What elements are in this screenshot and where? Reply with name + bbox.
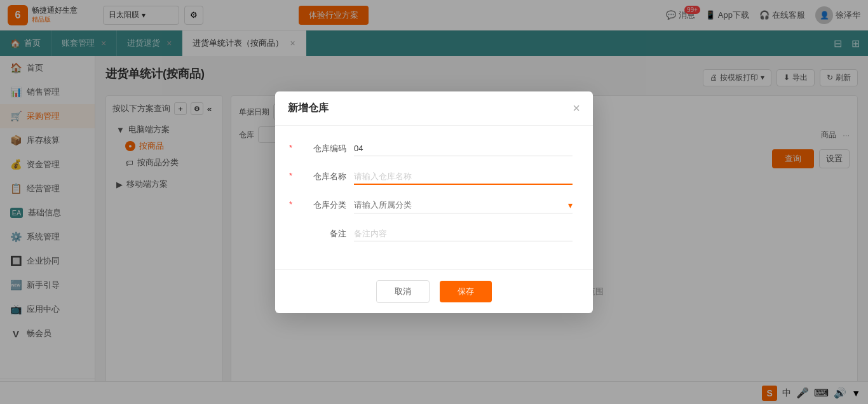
new-warehouse-modal: 新增仓库 × 仓库编码 仓库名称 仓库分类 ▾ (275, 91, 593, 313)
warehouse-name-input[interactable] (354, 169, 573, 185)
modal-title: 新增仓库 (288, 102, 329, 115)
modal-overlay[interactable]: 新增仓库 × 仓库编码 仓库名称 仓库分类 ▾ (0, 0, 868, 404)
form-row-name: 仓库名称 (295, 169, 573, 185)
modal-header: 新增仓库 × (275, 91, 593, 126)
save-button[interactable]: 保存 (440, 281, 492, 302)
remark-label: 备注 (295, 228, 346, 239)
name-label: 仓库名称 (295, 171, 346, 182)
form-row-code: 仓库编码 (295, 141, 573, 156)
remark-input[interactable] (354, 226, 573, 241)
modal-footer: 取消 保存 (275, 269, 593, 313)
form-row-remark: 备注 (295, 226, 573, 241)
chevron-down-icon: ▾ (568, 200, 573, 210)
modal-body: 仓库编码 仓库名称 仓库分类 ▾ 备注 (275, 126, 593, 269)
code-label: 仓库编码 (295, 143, 346, 154)
category-label: 仓库分类 (295, 199, 346, 211)
modal-close-btn[interactable]: × (573, 102, 580, 114)
category-select-wrap[interactable]: ▾ (354, 198, 573, 213)
warehouse-code-input[interactable] (354, 141, 573, 156)
form-row-category: 仓库分类 ▾ (295, 198, 573, 213)
cancel-button[interactable]: 取消 (376, 280, 430, 303)
category-input[interactable] (354, 200, 568, 210)
